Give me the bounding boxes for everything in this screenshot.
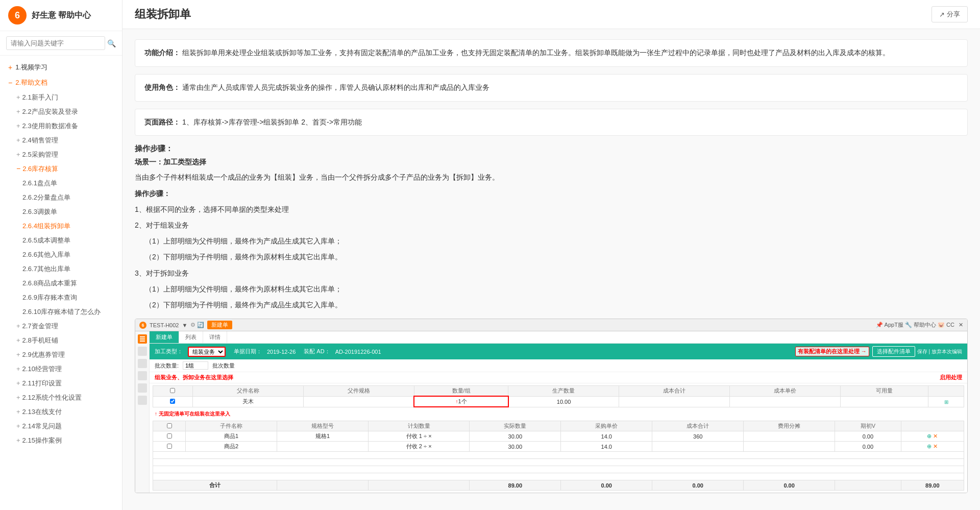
step2-1: （1）上部明细为父件明细，最终作为产成品生成其它入库单； <box>145 235 968 248</box>
plus-icon: + <box>16 122 20 130</box>
sidebar-item-2-6-4[interactable]: 2.6.4组装拆卸单 <box>0 219 122 233</box>
ss-b-name-1: 商品1 <box>186 431 277 442</box>
screenshot-annotation4: ↑ 无固定清单可在组装在这里录入 <box>150 409 967 419</box>
ss-cell-produce-qty: 10.00 <box>508 396 619 407</box>
sidebar-item-2-12[interactable]: +2.12系统个性化设置 <box>0 391 122 405</box>
nav-list: + 1.视频学习 − 2.帮助文档 +2.1新手入门 +2.2产品安装及登录 +… <box>0 56 122 510</box>
step2-2: （2）下部明细为子件明细，最终作为原材料生成其它出库单。 <box>145 251 968 263</box>
screenshot-top-table: 父件名称 父件规格 数量/组 生产数量 成本合计 成本单价 可用量 <box>153 385 964 407</box>
content-area: 功能介绍： 组装拆卸单用来处理企业组装或拆卸等加工业务，支持有固定装配清单的产品… <box>122 29 980 510</box>
ss-col-checkbox <box>153 386 193 397</box>
ss-col-b-purchase-price: 采购单价 <box>561 421 652 431</box>
screenshot-titlebar-right: 📌 AppT服 🔧 帮助中心 🐷 CC ✕ <box>876 321 963 329</box>
share-icon: ↗ <box>939 11 945 18</box>
screenshot-sidebar-icon1 <box>138 334 147 344</box>
sidebar-item-2-6-3[interactable]: 2.6.3调拨单 <box>0 205 122 219</box>
main-content: 组装拆卸单 ↗ 分享 功能介绍： 组装拆卸单用来处理企业组装或拆卸等加工业务，支… <box>122 0 980 510</box>
feature-intro-block: 功能介绍： 组装拆卸单用来处理企业组装或拆卸等加工业务，支持有固定装配清单的产品… <box>135 39 968 67</box>
sidebar-item-2-13[interactable]: +2.13在线支付 <box>0 405 122 419</box>
sidebar-item-2-6-2[interactable]: 2.6.2分量盘点单 <box>0 190 122 205</box>
main-header: 组装拆卸单 ↗ 分享 <box>122 0 980 29</box>
sidebar-item-2-5[interactable]: +2.5采购管理 <box>0 148 122 162</box>
share-button[interactable]: ↗ 分享 <box>932 6 968 22</box>
ss-b-init-2: 0.00 <box>835 442 901 452</box>
screenshot-bottom-table: 子件名称 规格型号 计划数量 实际数量 采购单价 成本合计 费用分摊 期初V <box>153 421 964 491</box>
ss-cell-checkbox <box>153 396 193 407</box>
sidebar-item-2-6-5[interactable]: 2.6.5成本调整单 <box>0 233 122 248</box>
ss-cell-available <box>841 396 928 407</box>
ss-col-produce-qty: 生产数量 <box>508 386 619 397</box>
ss-b-plan-1: 付收 1 ÷ × <box>369 431 470 442</box>
sidebar-item-2-6-7[interactable]: 2.6.7其他出库单 <box>0 262 122 276</box>
sidebar-item-2-6-8[interactable]: 2.6.8商品成本重算 <box>0 276 122 290</box>
ss-col-b-plan-qty: 计划数量 <box>369 421 470 431</box>
sidebar-item-2-2[interactable]: +2.2产品安装及登录 <box>0 105 122 119</box>
screenshot-produce-label: 批次数量 <box>212 362 235 370</box>
sidebar-item-2-6-6[interactable]: 2.6.6其他入库单 <box>0 248 122 262</box>
sidebar-item-2-9[interactable]: +2.9优惠券管理 <box>0 348 122 362</box>
sidebar-item-docs[interactable]: − 2.帮助文档 <box>0 75 122 90</box>
sidebar-item-2-4[interactable]: +2.4销售管理 <box>0 133 122 148</box>
plus-icon: + <box>16 151 20 158</box>
sidebar-item-2-6[interactable]: −2.6库存核算 <box>0 162 122 176</box>
sidebar-item-label: 1.视频学习 <box>15 63 47 72</box>
screenshot-subheader: 批次数量: 批次数量 <box>150 359 967 372</box>
ss-cell-cost-unit <box>730 396 841 407</box>
screenshot-top-table-wrapper: 父件名称 父件规格 数量/组 生产数量 成本合计 成本单价 可用量 <box>150 385 967 409</box>
sidebar-item-2-6-1[interactable]: 2.6.1盘点单 <box>0 176 122 190</box>
screenshot-test-id: TEST-H002 <box>150 322 179 328</box>
sidebar-item-2-8[interactable]: +2.8手机旺铺 <box>0 333 122 348</box>
sidebar-item-2-11[interactable]: +2.11打印设置 <box>0 376 122 391</box>
screenshot-body: 新建单 列表 详情 加工类型： 组装业务 拆卸业务 单据日期： 2019-12-… <box>135 331 967 493</box>
screenshot-type-label: 加工类型： <box>155 348 183 355</box>
sidebar-item-video[interactable]: + 1.视频学习 <box>0 60 122 75</box>
ss-footer-0b: 0.00 <box>652 480 744 491</box>
ss-col-b-name: 子件名称 <box>186 421 277 431</box>
sidebar-item-2-6-10[interactable]: 2.6.10库存账本错了怎么办 <box>0 305 122 319</box>
svg-rect-0 <box>140 336 145 337</box>
ss-cell-cost-total <box>619 396 730 407</box>
ss-b-cost-1: 360 <box>652 431 744 442</box>
screenshot-left-sidebar <box>135 331 150 493</box>
plus-icon: + <box>16 336 20 344</box>
screenshot-annotation1: 有装配清单的在这里处理 → <box>795 347 869 356</box>
path-block: 页面路径： 1、库存核算->库存管理->组装拆卸单 2、首页->常用功能 <box>135 109 968 136</box>
path-text: 1、库存核算->库存管理->组装拆卸单 2、首页->常用功能 <box>182 118 362 126</box>
screenshot-docnum: AD-20191226-001 <box>335 349 381 355</box>
screenshot-tabbar: 新建单 列表 详情 <box>150 331 967 344</box>
plus-icon: + <box>8 63 12 71</box>
step3-2: （2）下部明细为子件明细，最终作为产成品生成其它入库单。 <box>145 299 968 311</box>
screenshot-orange-bar: 组装业务、拆卸业务在这里选择 启用处理 <box>150 372 967 383</box>
screenshot-docnum-label: 装配 AD： <box>304 348 330 355</box>
role-text: 通常由生产人员或库管人员完成拆装业务的操作，库管人员确认原材料的出库和产成品的入… <box>182 83 489 91</box>
table-row <box>153 459 964 466</box>
svg-rect-1 <box>140 338 145 339</box>
ops-title: 操作步骤： <box>135 144 968 154</box>
ss-b-price-2: 14.0 <box>561 442 652 452</box>
sidebar-item-2-6-9[interactable]: 2.6.9库存账本查询 <box>0 290 122 305</box>
sidebar-item-2-1[interactable]: +2.1新手入门 <box>0 90 122 105</box>
ss-col-parent-name: 父件名称 <box>192 386 303 397</box>
screenshot-footer-row: 合计 89.00 0.00 0.00 0.00 89.00 <box>153 480 964 491</box>
sidebar-item-2-10[interactable]: +2.10经营管理 <box>0 362 122 376</box>
search-button[interactable]: 🔍 <box>107 39 116 47</box>
ss-b-actual-1: 30.00 <box>470 431 561 442</box>
sidebar-item-2-7[interactable]: +2.7资金管理 <box>0 319 122 333</box>
ss-b-spec-1: 规格1 <box>277 431 369 442</box>
screenshot-qty-label: 批次数量: <box>155 362 179 370</box>
search-input[interactable] <box>6 36 105 50</box>
ss-col-b-actions <box>901 421 964 431</box>
sidebar-item-2-15[interactable]: +2.15操作案例 <box>0 433 122 448</box>
ss-col-available: 可用量 <box>841 386 928 397</box>
scene-desc: 当由多个子件材料组装成一个成品的业务为【组装】业务，当由一个父件拆分成多个子产品… <box>135 171 968 184</box>
sidebar-item-2-14[interactable]: +2.14常见问题 <box>0 419 122 433</box>
ss-col-b-fee: 费用分摊 <box>744 421 835 431</box>
ss-col-b-actual-qty: 实际数量 <box>470 421 561 431</box>
sidebar-item-2-3[interactable]: +2.3使用前数据准备 <box>0 119 122 133</box>
screenshot-icons: ⚙ 🔄 <box>190 322 204 328</box>
ss-footer-89b: 89.00 <box>901 480 964 491</box>
feature-intro-text: 组装拆卸单用来处理企业组装或拆卸等加工业务，支持有固定装配清单的产品加工业务，也… <box>182 48 890 57</box>
ss-col-qty-per-group: 数量/组 <box>414 386 508 397</box>
screenshot-new-btn: 新建单 <box>207 321 232 329</box>
plus-icon: + <box>16 365 20 373</box>
